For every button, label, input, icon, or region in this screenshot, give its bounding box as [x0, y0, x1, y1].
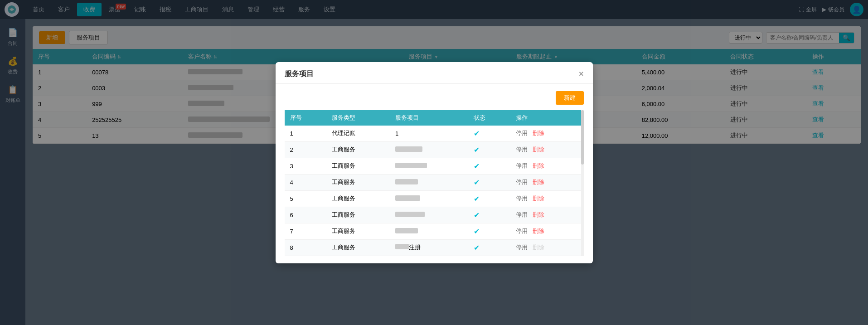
modal-table-row: 6 工商服务 ✔ 停用 删除 — [285, 207, 584, 223]
service-table: 序号 服务类型 服务项目 状态 操作 1 代理记账 1 ✔ — [285, 110, 584, 256]
delete-button[interactable]: 删除 — [533, 130, 544, 136]
modal-table-row: 3 工商服务 ✔ 停用 删除 — [285, 158, 584, 174]
modal-table-row: 7 工商服务 ✔ 停用 删除 — [285, 223, 584, 239]
status-check-icon: ✔ — [474, 195, 480, 203]
modal-col-status: 状态 — [468, 110, 510, 126]
blurred-item — [395, 228, 418, 233]
service-modal: 服务项目 × 新建 序号 服务类型 服务项目 状态 操作 — [276, 62, 593, 263]
modal-col-action: 操作 — [510, 110, 584, 126]
modal-body: 新建 序号 服务类型 服务项目 状态 操作 — [276, 84, 593, 263]
delete-button[interactable]: 删除 — [533, 228, 544, 234]
stop-button[interactable]: 停用 — [516, 244, 528, 251]
status-check-icon: ✔ — [474, 228, 480, 235]
modal-table-row: 2 工商服务 ✔ 停用 删除 — [285, 141, 584, 158]
modal-col-no: 序号 — [285, 110, 326, 126]
blurred-item — [395, 146, 422, 152]
status-check-icon: ✔ — [474, 244, 480, 252]
delete-button[interactable]: 删除 — [533, 146, 544, 153]
delete-button[interactable]: 删除 — [533, 179, 544, 185]
stop-button[interactable]: 停用 — [516, 228, 528, 234]
blurred-item — [395, 244, 409, 249]
modal-table-row: 1 代理记账 1 ✔ 停用 删除 — [285, 126, 584, 142]
modal-header: 服务项目 × — [276, 62, 593, 84]
status-check-icon: ✔ — [474, 130, 480, 137]
stop-button[interactable]: 停用 — [516, 162, 528, 169]
delete-button[interactable]: 删除 — [533, 195, 544, 202]
delete-button[interactable]: 删除 — [533, 162, 544, 169]
new-service-button[interactable]: 新建 — [556, 91, 584, 105]
status-check-icon: ✔ — [474, 162, 480, 170]
modal-title: 服务项目 — [285, 69, 314, 79]
blurred-item — [395, 212, 425, 217]
status-check-icon: ✔ — [474, 211, 480, 219]
modal-col-item: 服务项目 — [390, 110, 468, 126]
modal-close-button[interactable]: × — [579, 70, 584, 78]
modal-toolbar: 新建 — [285, 91, 584, 105]
modal-col-type: 服务类型 — [326, 110, 390, 126]
modal-table-row: 8 工商服务 注册 ✔ 停用 删除 — [285, 239, 584, 256]
delete-button[interactable]: 删除 — [533, 244, 544, 251]
status-check-icon: ✔ — [474, 179, 480, 186]
modal-overlay: 服务项目 × 新建 序号 服务类型 服务项目 状态 操作 — [0, 0, 868, 325]
scrollbar-thumb[interactable] — [581, 110, 584, 165]
status-check-icon: ✔ — [474, 146, 480, 154]
stop-button[interactable]: 停用 — [516, 195, 528, 202]
stop-button[interactable]: 停用 — [516, 146, 528, 153]
stop-button[interactable]: 停用 — [516, 179, 528, 185]
blurred-item — [395, 179, 418, 184]
scrollbar-track — [581, 110, 584, 256]
delete-button[interactable]: 删除 — [533, 211, 544, 218]
stop-button[interactable]: 停用 — [516, 130, 528, 136]
stop-button[interactable]: 停用 — [516, 211, 528, 218]
blurred-item — [395, 195, 420, 201]
modal-table-row: 4 工商服务 ✔ 停用 删除 — [285, 174, 584, 190]
blurred-item — [395, 163, 427, 168]
modal-table-row: 5 工商服务 ✔ 停用 删除 — [285, 190, 584, 207]
